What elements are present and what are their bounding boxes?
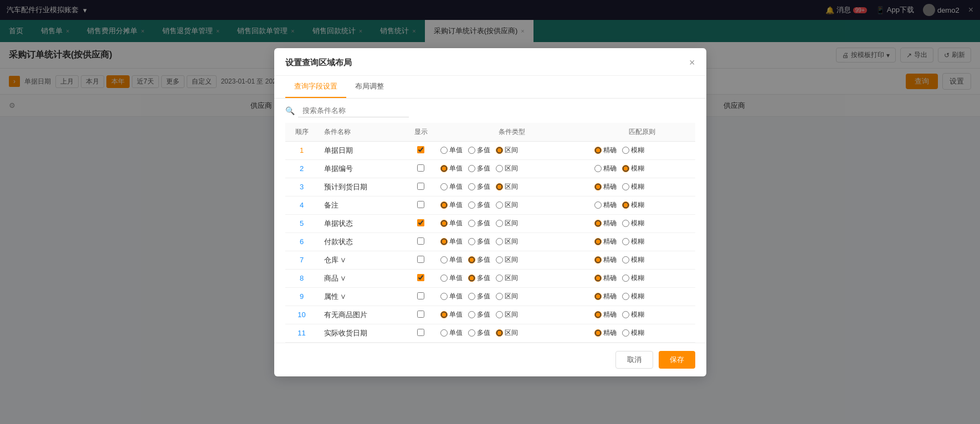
modal-search-bar: 🔍 bbox=[274, 99, 706, 117]
search-icon: 🔍 bbox=[285, 106, 295, 115]
modal-tab-fields-label: 查询字段设置 bbox=[294, 82, 337, 90]
modal-tab-layout[interactable]: 布局调整 bbox=[346, 76, 393, 98]
modal-dialog: 设置查询区域布局 × 查询字段设置 布局调整 🔍 顺序 条件名称 bbox=[274, 48, 706, 117]
modal-tab-layout-label: 布局调整 bbox=[355, 82, 384, 90]
modal-tab-fields[interactable]: 查询字段设置 bbox=[285, 76, 346, 98]
modal-close-button[interactable]: × bbox=[689, 57, 695, 69]
modal-header: 设置查询区域布局 × bbox=[274, 48, 706, 76]
modal-tabs: 查询字段设置 布局调整 bbox=[274, 76, 706, 99]
modal-overlay: 设置查询区域布局 × 查询字段设置 布局调整 🔍 顺序 条件名称 bbox=[0, 0, 980, 117]
search-input[interactable] bbox=[298, 104, 409, 117]
modal-title: 设置查询区域布局 bbox=[285, 58, 352, 68]
